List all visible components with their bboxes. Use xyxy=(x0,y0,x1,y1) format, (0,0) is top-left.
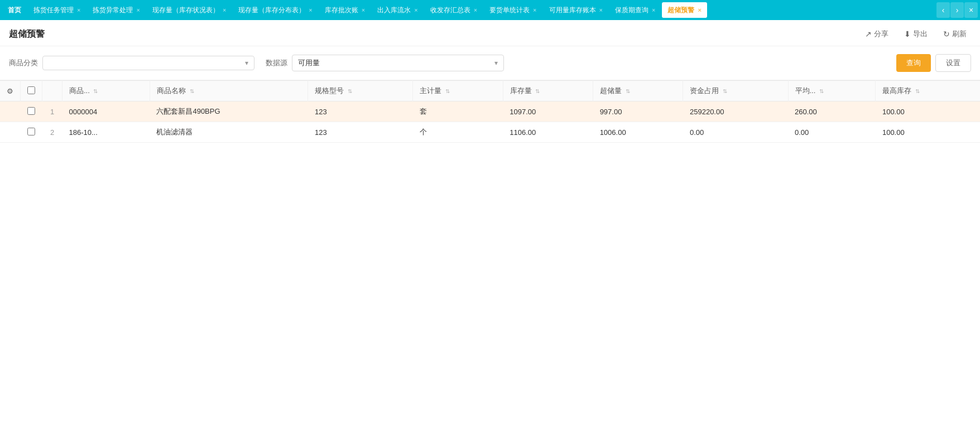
sort-overstock-icon[interactable]: ⇅ xyxy=(626,88,630,94)
nav-item-close[interactable]: × xyxy=(599,7,603,13)
sort-product-name-icon[interactable]: ⇅ xyxy=(190,88,194,94)
nav-item-inventory-dist[interactable]: 现存量（库存分布表）× xyxy=(233,2,318,18)
nav-item-label: 收发存汇总表 xyxy=(430,6,470,15)
nav-item-task-mgmt[interactable]: 拣货任务管理× xyxy=(28,2,86,18)
datasource-select[interactable]: 可用量 ▾ xyxy=(292,55,504,71)
nav-item-inventory-status[interactable]: 现存量（库存状况表）× xyxy=(147,2,232,18)
row-stock: 1106.00 xyxy=(503,122,593,143)
th-gear: ⚙ xyxy=(0,81,21,101)
th-capital: 资金占用 ⇅ xyxy=(683,81,788,101)
datasource-select-arrow: ▾ xyxy=(494,59,498,67)
nav-item-exception[interactable]: 拣货异常处理× xyxy=(87,2,145,18)
nav-item-order-stats[interactable]: 要货单统计表× xyxy=(484,2,542,18)
th-max-stock: 最高库存 ⇅ xyxy=(876,81,980,101)
sort-product-code-icon[interactable]: ⇅ xyxy=(93,88,98,94)
sort-unit-icon[interactable]: ⇅ xyxy=(445,88,450,94)
nav-item-in-out-flow[interactable]: 出入库流水× xyxy=(372,2,423,18)
header-actions: ↗ 分享 ⬇ 导出 ↻ 刷新 xyxy=(861,27,971,41)
share-button[interactable]: ↗ 分享 xyxy=(861,27,893,41)
nav-item-label: 现存量（库存状况表） xyxy=(152,6,219,15)
row-unit: 套 xyxy=(413,101,503,122)
datasource-select-value: 可用量 xyxy=(298,58,320,68)
nav-item-quality-check[interactable]: 保质期查询× xyxy=(609,2,661,18)
row-gear-cell xyxy=(0,101,21,122)
th-spec-label: 规格型号 xyxy=(315,86,344,95)
nav-item-batch-account[interactable]: 库存批次账× xyxy=(319,2,371,18)
data-table: ⚙ 商品... ⇅ 商品名称 ⇅ 规格型号 xyxy=(0,80,980,143)
sort-spec-icon[interactable]: ⇅ xyxy=(348,88,352,94)
nav-item-collect-summary[interactable]: 收发存汇总表× xyxy=(425,2,483,18)
category-label: 商品分类 xyxy=(9,58,38,68)
nav-item-close[interactable]: × xyxy=(414,7,417,13)
th-product-name-label: 商品名称 xyxy=(157,86,186,95)
row-avg: 0.00 xyxy=(788,122,876,143)
export-button[interactable]: ⬇ 导出 xyxy=(900,27,932,41)
nav-item-overstock-alert[interactable]: 超储预警× xyxy=(662,2,707,18)
nav-item-close[interactable]: × xyxy=(223,7,226,13)
table-header-row: ⚙ 商品... ⇅ 商品名称 ⇅ 规格型号 xyxy=(0,81,980,101)
nav-item-close[interactable]: × xyxy=(698,7,701,13)
row-checkbox-cell xyxy=(21,101,42,122)
nav-prev-arrow[interactable]: ‹ xyxy=(936,2,950,18)
th-product-code: 商品... ⇅ xyxy=(63,81,150,101)
table-row: 1 0000004 六配套新昌490BPG 123 套 1097.00 997.… xyxy=(0,101,980,122)
datasource-label: 数据源 xyxy=(266,58,287,68)
row-spec: 123 xyxy=(308,122,413,143)
nav-item-close[interactable]: × xyxy=(136,7,140,13)
nav-item-label: 拣货异常处理 xyxy=(93,6,133,15)
refresh-button[interactable]: ↻ 刷新 xyxy=(939,27,971,41)
select-all-checkbox[interactable] xyxy=(27,86,35,94)
nav-item-close[interactable]: × xyxy=(533,7,536,13)
sort-avg-icon[interactable]: ⇅ xyxy=(819,88,824,94)
category-select-arrow: ▾ xyxy=(245,59,248,67)
row-product-code: 0000004 xyxy=(63,101,150,122)
row-checkbox-cell xyxy=(21,122,42,143)
sort-stock-icon[interactable]: ⇅ xyxy=(535,88,540,94)
th-checkbox xyxy=(21,81,42,101)
th-rownum xyxy=(42,81,63,101)
th-product-name: 商品名称 ⇅ xyxy=(150,81,308,101)
row-checkbox-1[interactable] xyxy=(27,128,35,135)
table-row: 2 186-10... 机油滤清器 123 个 1106.00 1006.00 … xyxy=(0,122,980,143)
nav-item-close[interactable]: × xyxy=(309,7,312,13)
row-num-cell: 1 xyxy=(42,101,63,122)
th-overstock: 超储量 ⇅ xyxy=(593,81,683,101)
top-navigation: 首页 拣货任务管理×拣货异常处理×现存量（库存状况表）×现存量（库存分布表）×库… xyxy=(0,0,980,20)
nav-arrow-group: ‹ › × xyxy=(936,2,978,18)
nav-item-close[interactable]: × xyxy=(362,7,365,13)
row-spec: 123 xyxy=(308,101,413,122)
nav-close-arrow[interactable]: × xyxy=(964,2,978,18)
nav-item-label: 现存量（库存分布表） xyxy=(238,6,305,15)
nav-item-available-account[interactable]: 可用量库存账本× xyxy=(544,2,608,18)
category-select[interactable]: ▾ xyxy=(42,56,254,70)
sort-capital-icon[interactable]: ⇅ xyxy=(723,88,727,94)
nav-item-label: 拣货任务管理 xyxy=(33,6,74,15)
row-unit: 个 xyxy=(413,122,503,143)
nav-item-close[interactable]: × xyxy=(77,7,80,13)
row-num-cell: 2 xyxy=(42,122,63,143)
filter-actions: 查询 设置 xyxy=(896,54,971,72)
query-button[interactable]: 查询 xyxy=(896,54,931,72)
refresh-icon: ↻ xyxy=(943,30,950,38)
settings-button[interactable]: 设置 xyxy=(935,54,971,72)
page-content: 超储预警 ↗ 分享 ⬇ 导出 ↻ 刷新 商品分类 ▾ 数据源 xyxy=(0,20,980,446)
row-product-name: 机油滤清器 xyxy=(150,122,308,143)
table-body: 1 0000004 六配套新昌490BPG 123 套 1097.00 997.… xyxy=(0,101,980,143)
nav-item-label: 要货单统计表 xyxy=(489,6,530,15)
gear-icon[interactable]: ⚙ xyxy=(7,87,13,95)
nav-item-label: 可用量库存账本 xyxy=(549,6,596,15)
row-capital: 0.00 xyxy=(683,122,788,143)
th-spec: 规格型号 ⇅ xyxy=(308,81,413,101)
nav-item-close[interactable]: × xyxy=(652,7,655,13)
page-header: 超储预警 ↗ 分享 ⬇ 导出 ↻ 刷新 xyxy=(0,20,980,46)
th-product-code-label: 商品... xyxy=(69,86,90,95)
nav-item-close[interactable]: × xyxy=(474,7,477,13)
row-avg: 260.00 xyxy=(788,101,876,122)
nav-next-arrow[interactable]: › xyxy=(950,2,964,18)
row-max-stock: 100.00 xyxy=(876,101,980,122)
nav-item-label: 保质期查询 xyxy=(615,6,648,15)
sort-max-stock-icon[interactable]: ⇅ xyxy=(915,88,920,94)
row-checkbox-0[interactable] xyxy=(27,107,35,115)
filter-bar: 商品分类 ▾ 数据源 可用量 ▾ 查询 设置 xyxy=(0,46,980,80)
nav-home[interactable]: 首页 xyxy=(2,2,27,18)
